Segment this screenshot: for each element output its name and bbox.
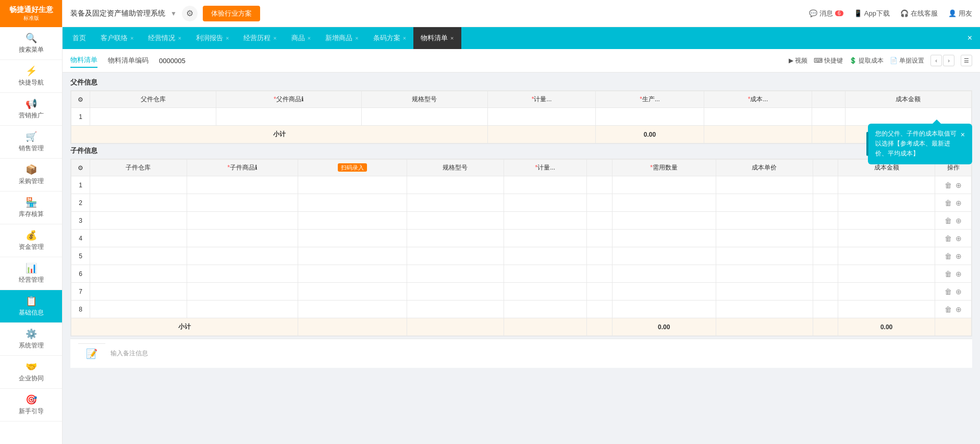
child-row7-num: 7 [71, 283, 90, 301]
sidebar-item-marketing[interactable]: 📢 营销推广 [0, 93, 62, 126]
child-row4-delete-button[interactable]: 🗑 [945, 234, 952, 243]
sidebar-item-sales[interactable]: 🛒 销售管理 [0, 126, 62, 159]
sidebar-item-operations[interactable]: 📊 经营管理 [0, 257, 62, 290]
child-col-goods: *子件商品ℹ [187, 160, 298, 176]
parent-row1-cost[interactable] [704, 108, 812, 126]
app-download-label: App下载 [864, 9, 890, 18]
sub-tab-bom[interactable]: 物料清单 [70, 53, 97, 68]
system-dropdown-arrow[interactable]: ▼ [170, 10, 177, 17]
tab-home[interactable]: 首页 [65, 27, 93, 49]
sidebar-item-basic-info[interactable]: 📋 基础信息 [0, 290, 62, 323]
sidebar-item-guide[interactable]: 🎯 新手引导 [0, 389, 62, 422]
child-row8-delete-button[interactable]: 🗑 [945, 305, 952, 314]
parent-row1-goods[interactable] [216, 108, 361, 126]
child-row3-delete-button[interactable]: 🗑 [945, 217, 952, 225]
parent-subtotal-empty1 [487, 126, 596, 143]
sidebar-item-system[interactable]: ⚙️ 系统管理 [0, 323, 62, 356]
sidebar-item-purchase[interactable]: 📦 采购管理 [0, 159, 62, 191]
child-row4-copy-button[interactable]: ⊕ [956, 234, 962, 243]
child-row6-delete-button[interactable]: 🗑 [945, 270, 952, 278]
child-row-1: 1 🗑 [71, 176, 972, 194]
child-row1-spec[interactable] [407, 176, 504, 194]
tab-new-goods-close[interactable]: × [355, 35, 358, 41]
parent-col-gear: ⚙ [71, 91, 90, 108]
tab-history[interactable]: 经营历程 × [236, 27, 284, 49]
child-row1-warehouse[interactable] [90, 176, 187, 194]
brand-tagline: 标准版 [23, 15, 39, 22]
tab-goods-close[interactable]: × [308, 35, 311, 41]
child-row2-qty[interactable] [612, 194, 716, 212]
child-subtotal-qty: 0.00 [612, 318, 716, 336]
child-row3-copy-button[interactable]: ⊕ [956, 217, 962, 225]
trial-button[interactable]: 体验行业方案 [203, 6, 260, 21]
tab-barcode-close[interactable]: × [403, 35, 406, 41]
child-row-7: 7 🗑 ⊕ [71, 283, 972, 301]
tab-goods[interactable]: 商品 × [284, 27, 318, 49]
child-row7-copy-button[interactable]: ⊕ [956, 287, 962, 296]
parent-row1-spec[interactable] [361, 108, 487, 126]
child-row5-copy-button[interactable]: ⊕ [956, 252, 962, 260]
tab-history-close[interactable]: × [273, 35, 276, 41]
child-row2-spec[interactable] [407, 194, 504, 212]
child-col-scan[interactable]: 扫码录入 [298, 160, 407, 176]
prev-arrow[interactable]: ‹ [930, 55, 942, 66]
tab-profit-close[interactable]: × [226, 35, 229, 41]
sidebar-item-enterprise[interactable]: 🤝 企业协同 [0, 356, 62, 389]
child-row2-unit[interactable] [504, 194, 586, 212]
child-row2-delete-button[interactable]: 🗑 [945, 199, 952, 207]
parent-subtotal-row: 小计 0.00 0.00 [71, 126, 972, 143]
parent-row1-produce[interactable] [596, 108, 704, 126]
sidebar-item-search[interactable]: 🔍 搜索菜单 [0, 27, 62, 60]
extract-cost-button[interactable]: 💲 提取成本 [849, 56, 884, 65]
tab-profit[interactable]: 利润报告 × [189, 27, 236, 49]
parent-row1-extra [812, 108, 845, 126]
tab-bom[interactable]: 物料清单 × [413, 27, 461, 49]
child-row2-goods[interactable] [187, 194, 298, 212]
sidebar-item-quick-nav[interactable]: ⚡ 快捷导航 [0, 60, 62, 93]
header-right: 💬 消息 6 📱 App下载 🎧 在线客服 👤 用友 [809, 9, 972, 18]
parent-row1-unit[interactable] [487, 108, 596, 126]
view-button[interactable]: ▶ 视频 [789, 56, 807, 65]
child-row6-copy-button[interactable]: ⊕ [956, 270, 962, 278]
tab-customer-close[interactable]: × [130, 35, 133, 41]
child-row1-qty[interactable] [612, 176, 716, 194]
single-settings-button[interactable]: 📄 单据设置 [890, 56, 924, 65]
settings-button[interactable]: ⚙ [182, 6, 198, 21]
sidebar-item-finance[interactable]: 💰 资金管理 [0, 224, 62, 257]
child-row1-scan [298, 176, 407, 194]
sidebar-item-inventory[interactable]: 🏪 库存核算 [0, 191, 62, 224]
close-all-tabs-button[interactable]: × [962, 33, 977, 43]
child-row1-goods[interactable] [187, 176, 298, 194]
child-row2-copy-button[interactable]: ⊕ [956, 199, 962, 207]
tab-operations[interactable]: 经营情况 × [141, 27, 188, 49]
parent-subtotal-empty2 [704, 126, 812, 143]
app-download-button[interactable]: 📱 App下载 [854, 9, 890, 18]
sidebar: 畅捷通好生意 标准版 🔍 搜索菜单 ⚡ 快捷导航 📢 营销推广 🛒 销售管理 📦… [0, 0, 63, 444]
child-row8-copy-button[interactable]: ⊕ [956, 305, 962, 314]
child-row5-delete-button[interactable]: 🗑 [945, 252, 952, 260]
user-button[interactable]: 👤 用友 [948, 9, 972, 18]
tooltip-close-button[interactable]: × [961, 129, 965, 140]
online-service-button[interactable]: 🎧 在线客服 [900, 9, 938, 18]
tab-operations-close[interactable]: × [178, 35, 181, 41]
child-row2-unit-cost[interactable] [716, 194, 813, 212]
message-button[interactable]: 💬 消息 6 [809, 9, 843, 18]
tab-bom-close[interactable]: × [450, 35, 454, 41]
child-row1-delete-button[interactable]: 🗑 [945, 181, 952, 189]
tab-new-goods[interactable]: 新增商品 × [318, 27, 365, 49]
child-row1-copy-button[interactable]: ⊕ [956, 181, 962, 189]
child-row1-unit[interactable] [504, 176, 586, 194]
child-row2-warehouse[interactable] [90, 194, 187, 212]
next-arrow[interactable]: › [943, 55, 954, 66]
tab-barcode[interactable]: 条码方案 × [366, 27, 413, 49]
child-row7-delete-button[interactable]: 🗑 [945, 287, 952, 296]
shortcut-button[interactable]: ⌨ 快捷键 [814, 56, 843, 65]
child-row1-unit-cost[interactable] [716, 176, 813, 194]
parent-row1-warehouse[interactable] [90, 108, 216, 126]
grid-view-button[interactable]: ☰ [961, 55, 972, 66]
parent-col-warehouse: 父件仓库 [90, 91, 216, 108]
note-placeholder[interactable]: 输入备注信息 [111, 349, 148, 358]
child-row2-scan [298, 194, 407, 212]
tab-customer[interactable]: 客户联络 × [93, 27, 141, 49]
parent-table: ⚙ 父件仓库 *父件商品ℹ 规格型号 *计量... *生产... *成本... … [71, 91, 972, 143]
